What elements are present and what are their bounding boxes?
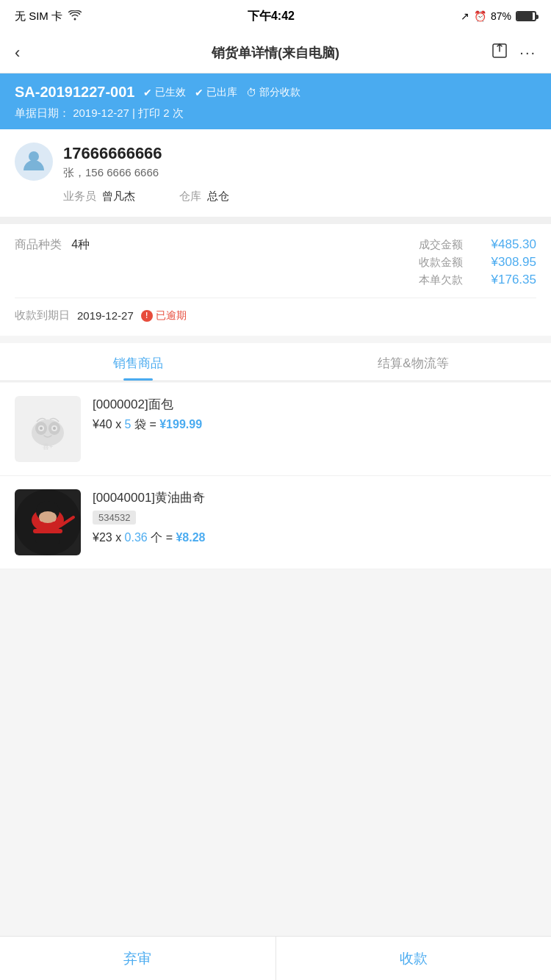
stats-right: 成交金额 ¥485.30 收款金额 ¥308.95 本单欠款 ¥176.35 <box>419 237 536 287</box>
debt-stat: 本单欠款 ¥176.35 <box>419 273 536 287</box>
product-sku-2: 534532 <box>93 511 136 525</box>
product-unit-1: 袋 <box>134 418 146 430</box>
product-price-1: ¥40 <box>93 418 112 430</box>
customer-contact: 张，156 6666 6666 <box>63 166 162 180</box>
print-info: | 打印 2 次 <box>132 107 184 119</box>
header-band: SA-20191227-001 ✔ 已生效 ✔ 已出库 ⏱ 部分收款 单据日期：… <box>0 73 551 129</box>
clock-icon: ⏱ <box>246 87 256 98</box>
check-icon-shipped: ✔ <box>195 87 204 98</box>
warehouse-label: 仓库 <box>179 190 201 203</box>
warehouse-value: 总仓 <box>207 190 229 203</box>
tabs-row: 销售商品 结算&物流等 <box>0 343 551 381</box>
status-time: 下午4:42 <box>248 9 295 24</box>
stats-section: 商品种类 4种 成交金额 ¥485.30 收款金额 ¥308.95 本单欠款 ¥… <box>0 224 551 336</box>
amount-value: ¥485.30 <box>478 237 536 252</box>
carrier-label: 无 SIM 卡 <box>15 10 62 24</box>
collect-payment-button[interactable]: 收款 <box>276 937 552 980</box>
received-value: ¥308.95 <box>478 255 536 270</box>
product-price-row-2: ¥23 x 0.36 个 = ¥8.28 <box>93 530 536 546</box>
due-section: 收款到期日 2019-12-27 ! 已逾期 <box>15 298 536 323</box>
page-title: 销货单详情(来自电脑) <box>212 44 339 62</box>
order-id: SA-20191227-001 <box>15 84 134 101</box>
overdue-icon: ! <box>141 310 153 322</box>
product-info-2: [00040001]黄油曲奇 534532 ¥23 x 0.36 个 = ¥8.… <box>93 489 536 555</box>
share-icon[interactable] <box>491 43 508 62</box>
staff-value: 曾凡杰 <box>102 190 135 203</box>
order-date: 2019-12-27 <box>73 107 129 119</box>
order-status-row: SA-20191227-001 ✔ 已生效 ✔ 已出库 ⏱ 部分收款 <box>15 84 536 101</box>
tab-settlement[interactable]: 结算&物流等 <box>276 343 551 381</box>
svg-rect-17 <box>33 529 62 533</box>
list-item: 喜+ [0000002]面包 ¥40 x 5 袋 = ¥199.99 <box>0 383 551 476</box>
customer-info: 17666666666 张，156 6666 6666 <box>63 144 162 180</box>
product-qty-2: 0.36 <box>125 531 148 544</box>
back-button[interactable]: ‹ <box>9 37 26 68</box>
nav-bar: ‹ 销货单详情(来自电脑) ··· <box>0 32 551 73</box>
product-price-row-1: ¥40 x 5 袋 = ¥199.99 <box>93 417 536 433</box>
location-icon: ↗ <box>461 10 469 22</box>
due-label: 收款到期日 <box>15 309 70 323</box>
overdue-badge: ! 已逾期 <box>141 309 187 323</box>
tabs-section: 销售商品 结算&物流等 <box>0 343 551 381</box>
stats-row: 商品种类 4种 成交金额 ¥485.30 收款金额 ¥308.95 本单欠款 ¥… <box>15 237 536 287</box>
product-total-1: ¥199.99 <box>159 418 202 430</box>
svg-point-1 <box>29 151 39 162</box>
received-stat: 收款金额 ¥308.95 <box>419 255 536 270</box>
more-icon[interactable]: ··· <box>519 44 536 61</box>
product-qty-1: 5 <box>125 418 132 430</box>
status-bar: 无 SIM 卡 下午4:42 ↗ ⏰ 87% <box>0 0 551 32</box>
status-tag-shipped: ✔ 已出库 <box>195 86 237 99</box>
category-stat: 商品种类 4种 <box>15 237 90 253</box>
divider-1 <box>0 217 551 224</box>
product-name-2: [00040001]黄油曲奇 <box>93 489 536 506</box>
product-thumbnail-1: 喜+ <box>15 396 81 462</box>
customer-row: 17666666666 张，156 6666 6666 <box>15 143 536 181</box>
status-right: ↗ ⏰ 87% <box>461 10 536 22</box>
battery-icon <box>516 11 536 21</box>
product-total-2: ¥8.28 <box>176 531 205 544</box>
svg-point-20 <box>39 511 57 523</box>
category-count: 4种 <box>71 238 90 251</box>
debt-label: 本单欠款 <box>419 273 463 287</box>
product-thumbnail-2 <box>15 489 81 555</box>
bottom-bar: 弃审 收款 <box>0 936 551 980</box>
svg-point-8 <box>53 427 56 430</box>
user-icon <box>21 147 46 177</box>
customer-phone: 17666666666 <box>63 144 162 163</box>
staff-info: 业务员 曾凡杰 <box>63 190 135 203</box>
amount-label: 成交金额 <box>419 238 463 252</box>
alarm-icon: ⏰ <box>474 10 486 22</box>
product-list: 喜+ [0000002]面包 ¥40 x 5 袋 = ¥199.99 <box>0 383 551 569</box>
status-tag-active: ✔ 已生效 <box>143 86 186 99</box>
product-name-1: [0000002]面包 <box>93 396 536 413</box>
abandon-review-button[interactable]: 弃审 <box>0 937 276 980</box>
date-label: 单据日期： <box>15 107 70 119</box>
category-label: 商品种类 <box>15 238 62 251</box>
product-price-2: ¥23 <box>93 531 112 544</box>
warehouse-info: 仓库 总仓 <box>179 190 229 203</box>
avatar <box>15 143 53 181</box>
nav-right-actions: ··· <box>491 43 536 62</box>
received-label: 收款金额 <box>419 256 463 270</box>
staff-label: 业务员 <box>63 190 96 203</box>
status-tag-partial: ⏱ 部分收款 <box>246 86 300 99</box>
battery-percent: 87% <box>491 10 511 22</box>
product-unit-2: 个 <box>151 531 162 544</box>
debt-value: ¥176.35 <box>478 273 536 287</box>
overdue-label: 已逾期 <box>156 309 187 323</box>
tab-sales-products[interactable]: 销售商品 <box>0 343 276 381</box>
wifi-icon <box>68 10 82 23</box>
svg-point-7 <box>40 427 43 430</box>
customer-section: 17666666666 张，156 6666 6666 业务员 曾凡杰 仓库 总… <box>0 129 551 217</box>
product-info-1: [0000002]面包 ¥40 x 5 袋 = ¥199.99 <box>93 396 536 462</box>
svg-text:喜+: 喜+ <box>43 443 53 450</box>
customer-meta: 业务员 曾凡杰 仓库 总仓 <box>15 190 536 203</box>
amount-stat: 成交金额 ¥485.30 <box>419 237 536 252</box>
svg-point-2 <box>32 419 64 446</box>
due-date: 2019-12-27 <box>77 309 134 322</box>
stats-left: 商品种类 4种 <box>15 237 90 253</box>
list-item: [00040001]黄油曲奇 534532 ¥23 x 0.36 个 = ¥8.… <box>0 476 551 569</box>
check-icon-active: ✔ <box>143 87 152 98</box>
status-left: 无 SIM 卡 <box>15 10 82 24</box>
header-date-row: 单据日期： 2019-12-27 | 打印 2 次 <box>15 107 536 120</box>
